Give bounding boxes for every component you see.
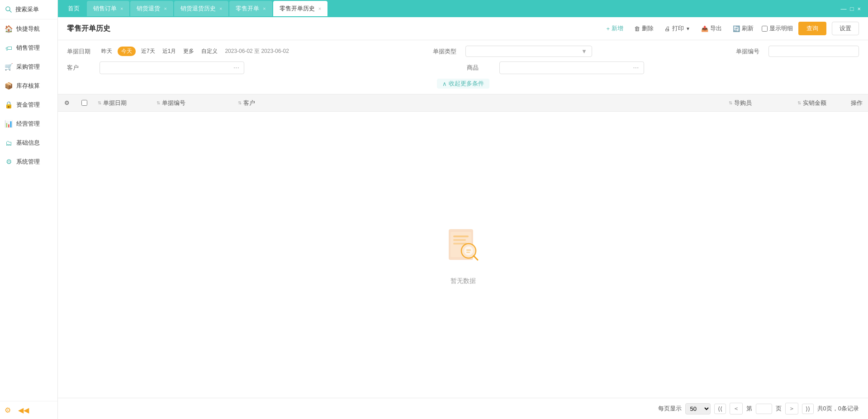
delete-button[interactable]: 🗑 删除 (631, 23, 656, 34)
page-last-button[interactable]: ⟩⟩ (802, 404, 814, 414)
order-no-input[interactable] (768, 46, 859, 57)
th-settings[interactable]: ⚙ (58, 99, 76, 106)
refresh-button[interactable]: 🔄 刷新 (730, 23, 756, 34)
today-btn[interactable]: 今天 (118, 47, 136, 56)
tab-retail-history-close[interactable]: × (318, 6, 321, 11)
client-label: 客户 (67, 64, 92, 72)
page-size-select[interactable]: 50 100 200 (685, 403, 711, 414)
sidebar-label: 销售管理 (16, 44, 40, 52)
page-next-button[interactable]: ＞ (785, 403, 798, 414)
tab-retail-open-label: 零售开单 (236, 5, 259, 13)
page-title-row: 零售开单历史 + 新增 🗑 删除 🖨 打印 ▼ (67, 22, 859, 35)
goods-dots-icon: ··· (633, 64, 639, 72)
sidebar-label: 资金管理 (16, 101, 40, 109)
export-icon: 📤 (701, 25, 708, 32)
sidebar-search[interactable]: 搜索采单 (0, 0, 57, 19)
th-checkbox[interactable] (76, 100, 92, 106)
select-all-checkbox[interactable] (81, 100, 87, 106)
window-controls: — □ × (841, 5, 864, 12)
svg-rect-4 (453, 235, 469, 237)
month-btn[interactable]: 近1月 (161, 47, 178, 56)
page-label: 第 (746, 405, 752, 413)
display-checkbox[interactable] (762, 26, 768, 32)
th-date[interactable]: ⇅ 单据日期 (92, 99, 151, 107)
print-icon: 🖨 (664, 25, 670, 32)
th-settings-icon: ⚙ (64, 99, 70, 106)
sort-icon-order: ⇅ (157, 100, 160, 105)
page-prev-button[interactable]: ＜ (730, 403, 743, 414)
sidebar-item-inventory[interactable]: 📦 库存核算 (0, 76, 57, 95)
window-close-button[interactable]: × (857, 5, 861, 12)
sidebar-item-purchase-mgmt[interactable]: 🛒 采购管理 (0, 57, 57, 76)
empty-state: 暂无数据 (58, 112, 868, 398)
tab-sales-order[interactable]: 销售订单 × (87, 1, 129, 16)
tab-home[interactable]: 首页 (62, 1, 86, 16)
tab-retail-history[interactable]: 零售开单历史 × (273, 1, 327, 16)
date-label: 单据日期 (67, 47, 92, 56)
add-button[interactable]: + 新增 (604, 23, 626, 34)
box-icon: 📦 (5, 82, 13, 90)
tab-retail-open[interactable]: 零售开单 × (229, 1, 272, 16)
custom-btn[interactable]: 自定义 (199, 47, 219, 56)
sidebar-item-finance[interactable]: 🔒 资金管理 (0, 95, 57, 114)
sort-icon-amount: ⇅ (797, 100, 801, 105)
th-client[interactable]: ⇅ 客户 (232, 99, 723, 107)
query-button[interactable]: 查询 (798, 22, 826, 35)
sidebar-label: 库存核算 (16, 82, 40, 90)
svg-rect-5 (453, 239, 466, 241)
sidebar-item-quick-nav[interactable]: 🏠 快捷导航 (0, 19, 57, 38)
tab-sales-order-label: 销售订单 (93, 5, 117, 13)
print-chevron-icon: ▼ (686, 26, 690, 31)
tab-retail-open-close[interactable]: × (263, 6, 266, 11)
order-no-label: 单据编号 (736, 47, 761, 56)
page-label-end: 页 (776, 405, 782, 413)
collapse-button[interactable]: ∧ 收起更多条件 (437, 79, 489, 89)
sidebar-label: 系统管理 (16, 158, 40, 166)
type-select[interactable]: ▼ (465, 46, 592, 57)
total-info: 共0页，0条记录 (817, 405, 859, 413)
page-title: 零售开单历史 (67, 24, 110, 33)
grid-icon: 🗂 (5, 139, 13, 147)
window-min-button[interactable]: — (841, 5, 847, 12)
th-guide[interactable]: ⇅ 导购员 (723, 99, 778, 107)
tab-sales-return-history-close[interactable]: × (219, 6, 222, 11)
tab-sales-return[interactable]: 销货退货 × (130, 1, 173, 16)
more-btn[interactable]: 更多 (181, 47, 196, 56)
settings-bottom-icon[interactable]: ⚙ (5, 406, 11, 414)
chart-icon: 📊 (5, 120, 13, 128)
tab-home-label: 首页 (68, 5, 80, 13)
sidebar-item-sys-mgmt[interactable]: ⚙ 系统管理 (0, 152, 57, 171)
week-btn[interactable]: 近7天 (139, 47, 157, 56)
th-amount[interactable]: ⇅ 实销金额 (778, 99, 832, 107)
page-first-button[interactable]: ⟨⟨ (714, 404, 726, 414)
collapse-icon[interactable]: ◀◀ (18, 406, 29, 414)
export-button[interactable]: 📤 导出 (698, 23, 725, 34)
tab-sales-order-close[interactable]: × (120, 6, 123, 11)
th-order-no[interactable]: ⇅ 单据编号 (151, 99, 232, 107)
sidebar: 搜索采单 🏠 快捷导航 🏷 销售管理 🛒 采购管理 📦 库存核算 🔒 资金管理 … (0, 0, 58, 419)
svg-line-9 (474, 256, 478, 260)
sidebar-item-ops[interactable]: 📊 经营管理 (0, 114, 57, 133)
home-icon: 🏠 (5, 25, 13, 33)
setting-button[interactable]: 设置 (832, 22, 859, 35)
svg-point-8 (464, 246, 473, 255)
page-number-input[interactable]: 1 (756, 404, 772, 414)
client-input[interactable]: ··· (100, 61, 244, 74)
tab-sales-return-history[interactable]: 销货退货历史 × (174, 1, 228, 16)
empty-text: 暂无数据 (451, 277, 476, 285)
yesterday-btn[interactable]: 昨天 (100, 47, 114, 56)
table-header: ⚙ ⇅ 单据日期 ⇅ 单据编号 ⇅ 客户 ⇅ (58, 94, 868, 112)
collapse-row: ∧ 收起更多条件 (67, 79, 859, 89)
print-button[interactable]: 🖨 打印 ▼ (662, 23, 693, 34)
per-page-label: 每页显示 (658, 405, 682, 413)
sidebar-label: 经营管理 (16, 120, 40, 128)
display-toggle[interactable]: 显示明细 (762, 24, 793, 33)
tab-sales-return-close[interactable]: × (164, 6, 166, 11)
sidebar-item-base-info[interactable]: 🗂 基础信息 (0, 133, 57, 152)
gear-icon: ⚙ (5, 158, 13, 166)
sidebar-item-sales-mgmt[interactable]: 🏷 销售管理 (0, 38, 57, 57)
goods-input[interactable]: ··· (499, 61, 644, 74)
window-max-button[interactable]: □ (850, 5, 854, 12)
tag-icon: 🏷 (5, 44, 13, 52)
sort-icon-guide: ⇅ (729, 100, 732, 105)
